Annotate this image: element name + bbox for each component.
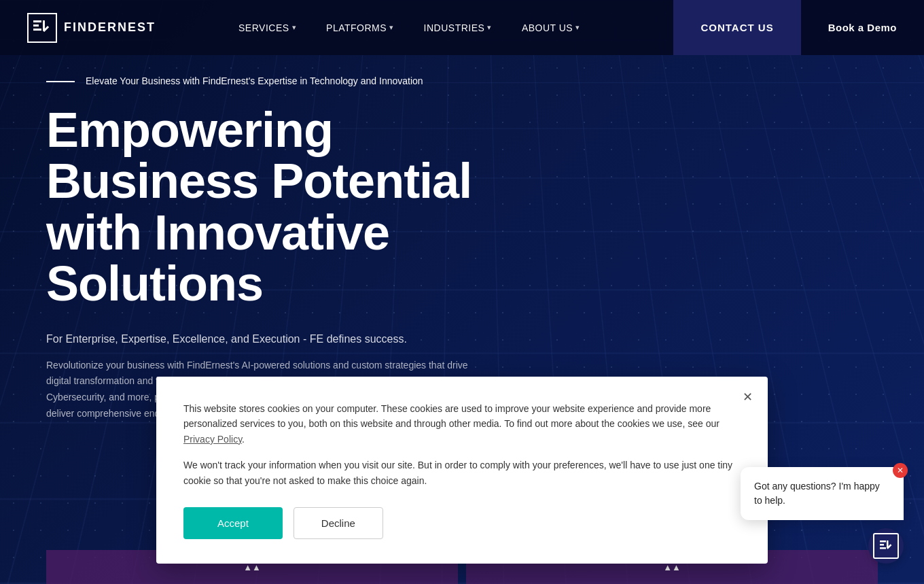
hero-tag-text: Elevate Your Business with FindErnest's … [86, 75, 423, 88]
svg-rect-0 [33, 20, 41, 22]
contact-us-button[interactable]: CONTACT US [673, 0, 800, 55]
chevron-down-icon: ▾ [292, 23, 297, 32]
privacy-policy-link[interactable]: Privacy Policy [183, 434, 242, 445]
cookie-text-2: We won't track your information when you… [183, 458, 741, 488]
nav-links: SERVICES ▾ PLATFORMS ▾ INDUSTRIES ▾ ABOU… [224, 0, 673, 55]
cookie-buttons: Accept Decline [183, 507, 741, 539]
logo-text: FINDERNEST [64, 20, 156, 35]
book-demo-button[interactable]: Book a Demo [801, 0, 924, 55]
svg-rect-6 [880, 544, 884, 546]
cookie-text-1: This website stores cookies on your comp… [183, 401, 741, 447]
hero-subtitle: For Enterprise, Expertise, Excellence, a… [46, 330, 495, 348]
cookie-banner: ✕ This website stores cookies on your co… [156, 377, 768, 564]
chevron-down-icon: ▾ [575, 23, 580, 32]
chat-close-button[interactable]: ✕ [893, 463, 908, 478]
nav-platforms[interactable]: PLATFORMS ▾ [311, 0, 409, 55]
navigation: FINDERNEST SERVICES ▾ PLATFORMS ▾ INDUST… [0, 0, 924, 55]
chat-bubble: Got any questions? I'm happy to help. [741, 467, 904, 520]
hero-tag-line [46, 81, 75, 82]
hero-content: Elevate Your Business with FindErnest's … [46, 75, 495, 422]
hero-tag: Elevate Your Business with FindErnest's … [46, 75, 495, 88]
chevron-down-icon: ▾ [389, 23, 394, 32]
chat-fe-icon [873, 533, 899, 559]
logo-link[interactable]: FINDERNEST [0, 13, 183, 43]
svg-rect-5 [880, 540, 886, 543]
nav-industries[interactable]: INDUSTRIES ▾ [409, 0, 507, 55]
chat-bubble-wrap: Got any questions? I'm happy to help. ✕ [741, 467, 904, 520]
nav-about[interactable]: ABOUT US ▾ [507, 0, 595, 55]
svg-rect-7 [880, 547, 886, 549]
svg-rect-1 [33, 24, 39, 27]
svg-rect-2 [33, 29, 41, 31]
chat-widget: Got any questions? I'm happy to help. ✕ [741, 467, 904, 564]
cookie-close-button[interactable]: ✕ [738, 388, 757, 407]
chat-open-button[interactable] [868, 528, 904, 564]
logo-icon [27, 13, 57, 43]
hero-title: Empowering Business Potential with Innov… [46, 105, 495, 310]
chevron-down-icon: ▾ [487, 23, 492, 32]
nav-services[interactable]: SERVICES ▾ [224, 0, 311, 55]
cookie-decline-button[interactable]: Decline [294, 507, 383, 539]
cookie-accept-button[interactable]: Accept [183, 507, 283, 539]
